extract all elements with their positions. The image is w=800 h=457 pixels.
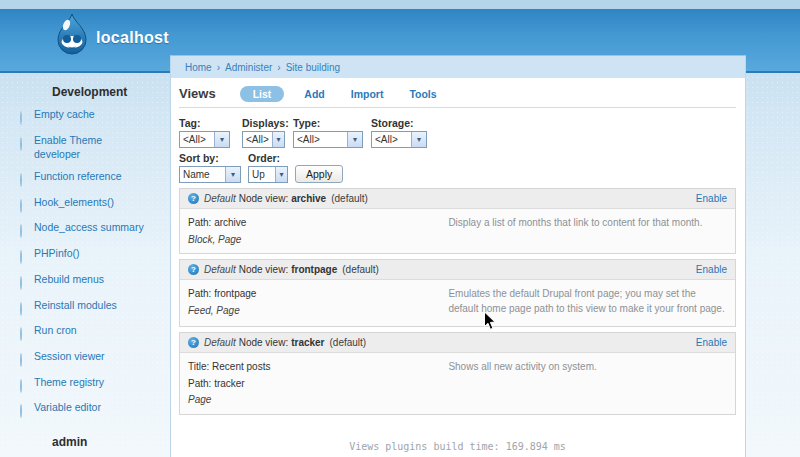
storage-label: Storage: [371, 117, 427, 129]
order-label: Order: [248, 152, 288, 164]
order-select[interactable]: Up ▾ [248, 166, 288, 183]
views-admin-page: Views List Add Import Tools Tag: <All> ▾… [171, 80, 745, 457]
sidebar-item-node-access-summary[interactable]: Node_access summary [20, 220, 158, 239]
view-name: frontpage [291, 264, 337, 275]
filter-row-2: Sort by: Name ▾ Order: Up ▾ Apply [179, 152, 736, 183]
view-kind: Node view: [239, 193, 288, 204]
sidebar-item-reinstall-modules[interactable]: Reinstall modules [20, 298, 158, 317]
tag-label: Tag: [179, 117, 230, 129]
breadcrumb-separator: › [277, 62, 280, 73]
enable-link[interactable]: Enable [696, 337, 727, 348]
dropdown-arrow-icon[interactable]: ▾ [225, 167, 240, 182]
view-type-badge: Default [204, 193, 236, 204]
sidebar-item-session-viewer[interactable]: Session viewer [20, 349, 158, 368]
filter-order: Order: Up ▾ [248, 152, 288, 183]
storage-select[interactable]: <All> ▾ [371, 131, 427, 148]
filter-sort: Sort by: Name ▾ [179, 152, 241, 183]
enable-link[interactable]: Enable [696, 193, 727, 204]
view-kind: Node view: [239, 264, 288, 275]
bullet-icon [20, 379, 32, 394]
dropdown-arrow-icon[interactable]: ▾ [411, 132, 426, 147]
tab-add[interactable]: Add [304, 88, 324, 100]
type-select[interactable]: <All> ▾ [293, 131, 363, 148]
plugins-build-time: Views plugins build time: 169.894 ms [349, 441, 566, 452]
view-row-frontpage: ? Default Node view: frontpage (default)… [179, 259, 736, 327]
view-title: Title: Recent posts [188, 359, 438, 376]
sidebar-item-theme-registry[interactable]: Theme registry [20, 375, 158, 394]
view-body: Title: Recent posts Path: tracker Page S… [180, 353, 735, 414]
displays-select[interactable]: <All> ▾ [242, 131, 285, 148]
enable-link[interactable]: Enable [696, 264, 727, 275]
displays-label: Displays: [242, 117, 285, 129]
filter-type: Type: <All> ▾ [293, 117, 363, 148]
sidebar-item-phpinfo[interactable]: PHPinfo() [20, 246, 158, 265]
sidebar: Development Empty cache Enable Theme dev… [0, 75, 170, 457]
sort-by-select[interactable]: Name ▾ [179, 166, 241, 183]
view-displays: Block, Page [188, 232, 438, 249]
filter-row-1: Tag: <All> ▾ Displays: <All> ▾ Type: [179, 117, 736, 148]
dropdown-arrow-icon[interactable]: ▾ [272, 132, 284, 147]
dropdown-arrow-icon[interactable]: ▾ [347, 132, 362, 147]
help-icon[interactable]: ? [188, 337, 199, 348]
view-body: Path: archive Block, Page Display a list… [180, 209, 735, 253]
sidebar-item-empty-cache[interactable]: Empty cache [20, 107, 158, 126]
view-default-suffix: (default) [342, 264, 379, 275]
sort-by-label: Sort by: [179, 152, 241, 164]
drupal-logo-icon[interactable] [54, 13, 90, 59]
view-displays: Feed, Page [188, 303, 438, 320]
view-type-badge: Default [204, 337, 236, 348]
help-icon[interactable]: ? [188, 193, 199, 204]
view-details: Path: archive Block, Page [180, 209, 446, 253]
view-row-archive: ? Default Node view: archive (default) E… [179, 188, 736, 254]
sidebar-item-function-reference[interactable]: Function reference [20, 169, 158, 188]
view-row-tracker: ? Default Node view: tracker (default) E… [179, 332, 736, 415]
view-header: ? Default Node view: archive (default) E… [180, 189, 735, 209]
devel-build-times: Views plugins build time: 169.894 ms Vie… [179, 441, 736, 457]
top-strip [0, 0, 800, 9]
sidebar-item-run-cron[interactable]: Run cron [20, 323, 158, 342]
help-icon[interactable]: ? [188, 264, 199, 275]
type-label: Type: [293, 117, 363, 129]
site-name[interactable]: localhost [96, 29, 169, 47]
view-default-suffix: (default) [330, 337, 367, 348]
bullet-icon [20, 224, 32, 239]
view-details: Title: Recent posts Path: tracker Page [180, 353, 446, 414]
sidebar-item-rebuild-menus[interactable]: Rebuild menus [20, 272, 158, 291]
sidebar-section-admin: admin [52, 435, 170, 449]
tab-list[interactable]: List [240, 86, 285, 102]
breadcrumb-administer[interactable]: Administer [225, 62, 272, 73]
breadcrumb-separator: › [217, 62, 220, 73]
view-name: archive [291, 193, 326, 204]
bullet-icon [20, 137, 32, 162]
breadcrumb: Home › Administer › Site building [171, 56, 745, 78]
filter-storage: Storage: <All> ▾ [371, 117, 427, 148]
view-details: Path: frontpage Feed, Page [180, 280, 446, 326]
sidebar-item-variable-editor[interactable]: Variable editor [20, 400, 158, 419]
bullet-icon [20, 173, 32, 188]
view-displays: Page [188, 392, 438, 409]
apply-button[interactable]: Apply [295, 165, 343, 183]
view-description: Shows all new activity on system. [446, 353, 735, 414]
sidebar-item-hook-elements[interactable]: Hook_elements() [20, 195, 158, 214]
sidebar-item-enable-theme-developer[interactable]: Enable Theme developer [20, 133, 158, 162]
bullet-icon [20, 327, 32, 342]
sidebar-section-development: Development [52, 85, 170, 99]
page-title: Views [179, 86, 216, 101]
bullet-icon [20, 111, 32, 126]
view-description: Emulates the default Drupal front page; … [446, 280, 735, 326]
tab-tools[interactable]: Tools [409, 88, 436, 100]
view-default-suffix: (default) [331, 193, 368, 204]
bullet-icon [20, 276, 32, 291]
dropdown-arrow-icon[interactable]: ▾ [275, 167, 287, 182]
bullet-icon [20, 250, 32, 265]
bullet-icon [20, 302, 32, 317]
breadcrumb-home[interactable]: Home [185, 62, 212, 73]
breadcrumb-site-building[interactable]: Site building [286, 62, 340, 73]
dropdown-arrow-icon[interactable]: ▾ [214, 132, 229, 147]
view-path: Path: frontpage [188, 286, 438, 303]
bullet-icon [20, 404, 32, 419]
views-filters: Tag: <All> ▾ Displays: <All> ▾ Type: [179, 117, 736, 183]
tag-select[interactable]: <All> ▾ [179, 131, 230, 148]
view-path: Path: archive [188, 215, 438, 232]
tab-import[interactable]: Import [351, 88, 384, 100]
